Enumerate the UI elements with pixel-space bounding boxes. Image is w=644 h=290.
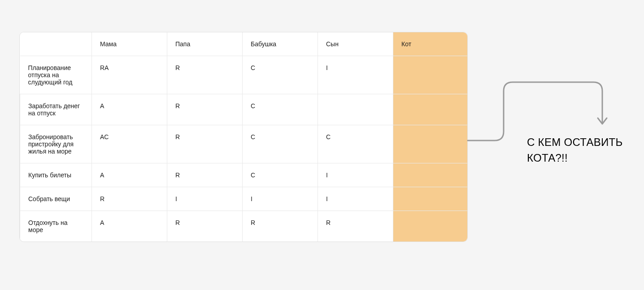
cell-son: C — [318, 125, 393, 163]
cell-dad: R — [167, 211, 243, 242]
cell-son: I — [318, 56, 393, 94]
cell-grandma: C — [243, 56, 318, 94]
cell-cat — [393, 56, 468, 94]
table-row: Планирование отпуска на слудующий год RA… — [20, 56, 468, 94]
cell-grandma: C — [243, 125, 318, 163]
table-row: Заработать денег на отпуск A R C — [20, 94, 468, 125]
table-row: Собрать вещи R I I I — [20, 187, 468, 211]
task-cell: Заработать денег на отпуск — [20, 94, 92, 125]
task-cell: Забронировать пристройку для жилья на мо… — [20, 125, 92, 163]
task-cell: Планирование отпуска на слудующий год — [20, 56, 92, 94]
cell-grandma: C — [243, 163, 318, 187]
cell-mom: AC — [92, 125, 167, 163]
cell-dad: R — [167, 163, 243, 187]
cell-grandma: R — [243, 211, 318, 242]
task-cell: Купить билеты — [20, 163, 92, 187]
cell-son: I — [318, 187, 393, 211]
cell-cat — [393, 163, 468, 187]
col-header-task — [20, 32, 92, 56]
cell-cat — [393, 125, 468, 163]
cell-dad: R — [167, 94, 243, 125]
col-header-grandma: Бабушка — [243, 32, 318, 56]
table-header-row: Мама Папа Бабушка Сын Кот — [20, 32, 468, 56]
cell-son: R — [318, 211, 393, 242]
col-header-cat: Кот — [393, 32, 468, 56]
cell-mom: RA — [92, 56, 167, 94]
cell-cat — [393, 187, 468, 211]
raci-table: Мама Папа Бабушка Сын Кот Планирование о… — [20, 32, 468, 242]
cell-dad: R — [167, 125, 243, 163]
cell-mom: A — [92, 163, 167, 187]
table-row: Купить билеты A R C I — [20, 163, 468, 187]
col-header-mom: Мама — [92, 32, 167, 56]
cell-cat — [393, 94, 468, 125]
cell-mom: R — [92, 187, 167, 211]
cell-grandma: C — [243, 94, 318, 125]
col-header-son: Сын — [318, 32, 393, 56]
col-header-dad: Папа — [167, 32, 243, 56]
raci-table-container: Мама Папа Бабушка Сын Кот Планирование о… — [19, 32, 468, 242]
annotation-arrow — [468, 80, 607, 143]
table-row: Отдохнуть на море A R R R — [20, 211, 468, 242]
task-cell: Отдохнуть на море — [20, 211, 92, 242]
cell-cat — [393, 211, 468, 242]
task-cell: Собрать вещи — [20, 187, 92, 211]
cell-mom: A — [92, 211, 167, 242]
table-row: Забронировать пристройку для жилья на мо… — [20, 125, 468, 163]
cell-mom: A — [92, 94, 167, 125]
cell-grandma: I — [243, 187, 318, 211]
cell-son — [318, 94, 393, 125]
cell-dad: I — [167, 187, 243, 211]
cell-dad: R — [167, 56, 243, 94]
cell-son: I — [318, 163, 393, 187]
annotation-text: С КЕМ ОСТАВИТЬ КОТА?!! — [527, 135, 644, 166]
